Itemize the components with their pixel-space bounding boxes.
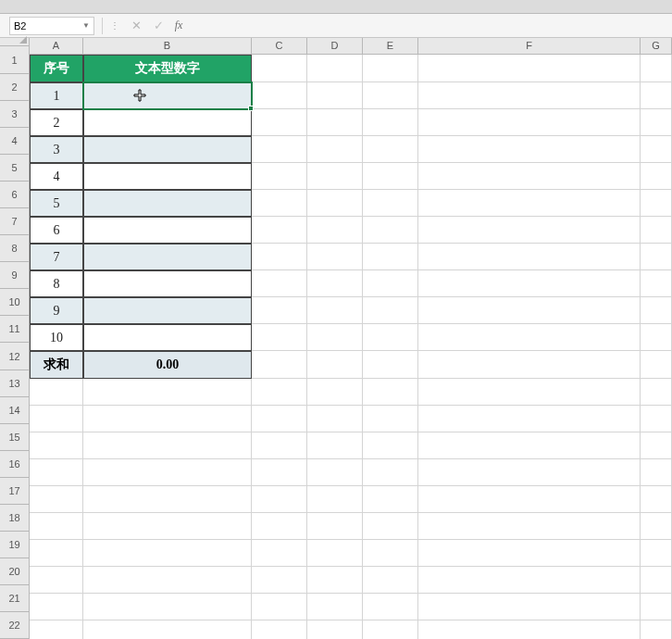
cell-D15[interactable] xyxy=(307,432,363,459)
cell-A19[interactable] xyxy=(30,540,83,567)
cell-E15[interactable] xyxy=(363,432,418,459)
cell-D11[interactable] xyxy=(307,324,363,351)
cell-F2[interactable] xyxy=(418,82,641,109)
cell-F15[interactable] xyxy=(418,432,641,459)
cell-E16[interactable] xyxy=(363,459,418,486)
cell-C5[interactable] xyxy=(252,163,307,190)
cell-D9[interactable] xyxy=(307,270,363,297)
cell-F18[interactable] xyxy=(418,513,641,540)
cell-B5[interactable] xyxy=(83,163,252,190)
cell-B15[interactable] xyxy=(83,432,252,459)
row-header-3[interactable]: 3 xyxy=(0,101,30,128)
row-header-9[interactable]: 9 xyxy=(0,262,30,289)
cell-A11[interactable]: 10 xyxy=(30,324,83,351)
row-header-6[interactable]: 6 xyxy=(0,182,30,208)
cell-C9[interactable] xyxy=(252,270,307,297)
cell-G16[interactable] xyxy=(641,459,672,486)
cell-B11[interactable] xyxy=(83,324,252,351)
grid[interactable]: 序号文本型数字12345678910求和0.00 xyxy=(30,55,672,639)
cell-A6[interactable]: 5 xyxy=(30,190,83,217)
cell-F19[interactable] xyxy=(418,540,641,567)
cell-F9[interactable] xyxy=(418,270,641,297)
row-header-13[interactable]: 13 xyxy=(0,370,30,397)
cell-F5[interactable] xyxy=(418,163,641,190)
cell-A7[interactable]: 6 xyxy=(30,217,83,244)
cell-D12[interactable] xyxy=(307,351,363,379)
cell-E6[interactable] xyxy=(363,190,418,217)
cell-F1[interactable] xyxy=(418,55,641,82)
cell-B10[interactable] xyxy=(83,297,252,324)
cell-E13[interactable] xyxy=(363,379,418,406)
cell-E5[interactable] xyxy=(363,163,418,190)
cell-D2[interactable] xyxy=(307,82,363,109)
name-box[interactable]: B2 ▼ xyxy=(9,17,94,35)
select-all-corner[interactable] xyxy=(0,38,30,46)
cell-F21[interactable] xyxy=(418,594,641,620)
cell-B1[interactable]: 文本型数字 xyxy=(83,55,252,82)
cell-B19[interactable] xyxy=(83,540,252,567)
cell-G13[interactable] xyxy=(641,379,672,406)
column-header-D[interactable]: D xyxy=(307,38,363,55)
row-header-7[interactable]: 7 xyxy=(0,208,30,235)
cell-D3[interactable] xyxy=(307,109,363,136)
column-header-B[interactable]: B xyxy=(83,38,252,55)
cell-G15[interactable] xyxy=(641,432,672,459)
cell-A8[interactable]: 7 xyxy=(30,244,83,270)
row-header-14[interactable]: 14 xyxy=(0,397,30,424)
cell-D20[interactable] xyxy=(307,567,363,594)
cell-G10[interactable] xyxy=(641,297,672,324)
cell-D6[interactable] xyxy=(307,190,363,217)
cell-C14[interactable] xyxy=(252,406,307,432)
cell-E9[interactable] xyxy=(363,270,418,297)
cell-D14[interactable] xyxy=(307,406,363,432)
cell-E2[interactable] xyxy=(363,82,418,109)
cell-A22[interactable] xyxy=(30,620,83,639)
row-header-5[interactable]: 5 xyxy=(0,155,30,182)
cell-G4[interactable] xyxy=(641,136,672,163)
row-header-18[interactable]: 18 xyxy=(0,505,30,532)
cell-B8[interactable] xyxy=(83,244,252,270)
column-header-A[interactable]: A xyxy=(30,38,83,55)
cell-C16[interactable] xyxy=(252,459,307,486)
row-header-16[interactable]: 16 xyxy=(0,451,30,478)
column-header-G[interactable]: G xyxy=(641,38,672,55)
column-header-F[interactable]: F xyxy=(418,38,641,55)
cell-A13[interactable] xyxy=(30,379,83,406)
cell-G17[interactable] xyxy=(641,486,672,513)
cell-A4[interactable]: 3 xyxy=(30,136,83,163)
cell-B6[interactable] xyxy=(83,190,252,217)
cell-A12[interactable]: 求和 xyxy=(30,351,83,379)
cell-C6[interactable] xyxy=(252,190,307,217)
row-header-17[interactable]: 17 xyxy=(0,478,30,505)
cell-A20[interactable] xyxy=(30,567,83,594)
cell-A16[interactable] xyxy=(30,459,83,486)
cell-B9[interactable] xyxy=(83,270,252,297)
cell-D19[interactable] xyxy=(307,540,363,567)
cell-G11[interactable] xyxy=(641,324,672,351)
cell-E7[interactable] xyxy=(363,217,418,244)
cell-F16[interactable] xyxy=(418,459,641,486)
cell-G3[interactable] xyxy=(641,109,672,136)
cell-B22[interactable] xyxy=(83,620,252,639)
cell-F4[interactable] xyxy=(418,136,641,163)
cell-A10[interactable]: 9 xyxy=(30,297,83,324)
cell-F6[interactable] xyxy=(418,190,641,217)
cell-D5[interactable] xyxy=(307,163,363,190)
cell-E3[interactable] xyxy=(363,109,418,136)
cell-A14[interactable] xyxy=(30,406,83,432)
cell-C10[interactable] xyxy=(252,297,307,324)
formula-input[interactable] xyxy=(193,17,672,35)
cell-B2[interactable] xyxy=(83,82,252,109)
cell-E21[interactable] xyxy=(363,594,418,620)
cell-F14[interactable] xyxy=(418,406,641,432)
confirm-button[interactable]: ✓ xyxy=(149,17,168,35)
cell-G20[interactable] xyxy=(641,567,672,594)
row-header-8[interactable]: 8 xyxy=(0,235,30,262)
cell-C4[interactable] xyxy=(252,136,307,163)
cell-E1[interactable] xyxy=(363,55,418,82)
row-header-20[interactable]: 20 xyxy=(0,558,30,585)
cell-B4[interactable] xyxy=(83,136,252,163)
cell-E10[interactable] xyxy=(363,297,418,324)
cell-G5[interactable] xyxy=(641,163,672,190)
cell-C17[interactable] xyxy=(252,486,307,513)
